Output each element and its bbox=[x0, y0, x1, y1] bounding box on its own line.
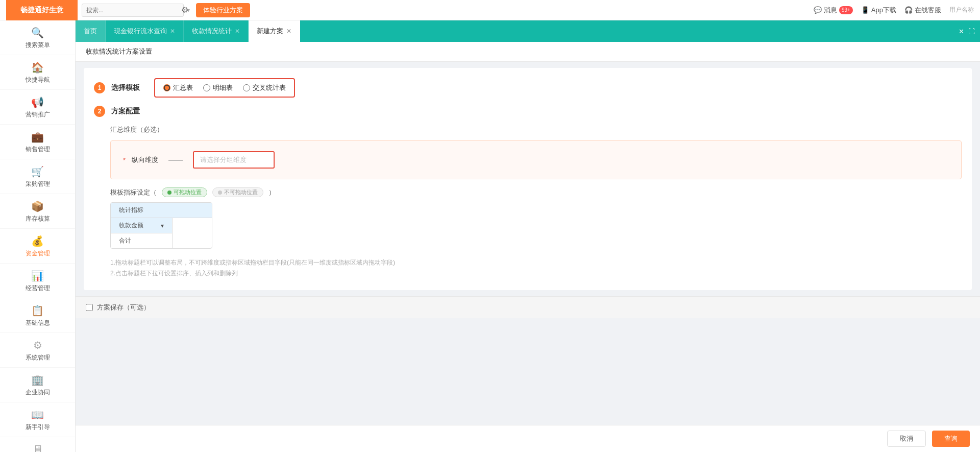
tab-bar: 首页 现金银行流水查询 ✕ 收款情况统计 ✕ 新建方案 ✕ ✕ ⛶ bbox=[76, 20, 980, 42]
tab-home-label: 首页 bbox=[84, 27, 97, 36]
save-option-row: 方案保存（可选） bbox=[76, 296, 980, 318]
chart-icon: 📊 bbox=[31, 270, 44, 282]
tab-controls: ✕ ⛶ bbox=[953, 20, 980, 42]
service-area[interactable]: 🎧 在线客服 bbox=[904, 6, 941, 15]
radio-cross-label: 交叉统计表 bbox=[253, 83, 286, 92]
indicator-title-text: 模板指标设定（ bbox=[110, 188, 157, 197]
sidebar-item-label: 销售管理 bbox=[26, 145, 50, 154]
radio-summary[interactable]: 汇总表 bbox=[163, 83, 193, 92]
tab-cashflow-label: 现金银行流水查询 bbox=[114, 27, 167, 36]
sidebar-item-guide[interactable]: 📖 新手引导 bbox=[0, 402, 75, 437]
topbar: 畅捷通好生意 ▾ ⚙ 体验行业方案 💬 消息 99+ 📱 App下载 🎧 在线客… bbox=[0, 0, 980, 20]
row-total-label: 合计 bbox=[119, 237, 131, 244]
main-wrapper: 🔍 搜索菜单 🏠 快捷导航 📢 营销推广 💼 销售管理 🛒 采购管理 📦 库存核… bbox=[0, 20, 980, 452]
dim-config: * 纵向维度 —— 请选择分组维度 bbox=[110, 140, 962, 179]
step2-number: 2 bbox=[98, 108, 102, 115]
search-input[interactable] bbox=[82, 4, 184, 17]
draggable-badge: 可拖动位置 bbox=[162, 187, 207, 197]
sidebar-item-purchase[interactable]: 🛒 采购管理 bbox=[0, 159, 75, 194]
draggable-dot bbox=[167, 191, 172, 195]
sidebar-item-label: 快捷导航 bbox=[26, 76, 50, 84]
content-area: 首页 现金银行流水查询 ✕ 收款情况统计 ✕ 新建方案 ✕ ✕ ⛶ bbox=[76, 20, 980, 452]
step2-section: 2 方案配置 汇总维度（必选） * 纵向维度 —— bbox=[94, 106, 962, 278]
stats-col-header[interactable]: 收款金额 ▾ bbox=[111, 218, 172, 233]
template-radio-group: 汇总表 明细表 交叉统计表 bbox=[154, 78, 295, 98]
tab-new-plan-label: 新建方案 bbox=[257, 27, 283, 36]
sidebar-item-marketing[interactable]: 📢 营销推广 bbox=[0, 90, 75, 125]
cart-icon: 🛒 bbox=[31, 165, 44, 178]
building-icon: 🏢 bbox=[31, 374, 44, 386]
money-icon: 💰 bbox=[31, 235, 44, 247]
sidebar-item-label: 基础信息 bbox=[26, 319, 50, 327]
sidebar-item-base-info[interactable]: 📋 基础信息 bbox=[0, 298, 75, 333]
sidebar-item-enterprise[interactable]: 🏢 企业协同 bbox=[0, 368, 75, 402]
sidebar-item-label: 库存核算 bbox=[26, 215, 50, 223]
cancel-button[interactable]: 取消 bbox=[887, 431, 926, 447]
tips-section: 1.拖动标题栏可以调整布局，不可跨维度或指标区域拖动栏目字段(只能在同一维度或指… bbox=[110, 258, 962, 278]
step1-circle: 1 bbox=[94, 82, 105, 93]
query-button[interactable]: 查询 bbox=[932, 431, 970, 447]
step2-circle: 2 bbox=[94, 106, 105, 117]
dim-label-text: 纵向维度 bbox=[132, 155, 158, 164]
tab-new-plan[interactable]: 新建方案 ✕ bbox=[249, 20, 300, 42]
radio-detail-input[interactable] bbox=[203, 84, 210, 91]
gear-icon[interactable]: ⚙ bbox=[178, 3, 192, 17]
tab-home[interactable]: 首页 bbox=[76, 20, 106, 42]
tab-cashflow[interactable]: 现金银行流水查询 ✕ bbox=[106, 20, 184, 42]
sidebar-item-label: 采购管理 bbox=[26, 180, 50, 188]
col-dropdown-icon[interactable]: ▾ bbox=[161, 222, 164, 229]
sidebar-item-search[interactable]: 🔍 搜索菜单 bbox=[0, 20, 75, 55]
radio-summary-input[interactable] bbox=[163, 84, 170, 91]
tab-receipts-label: 收款情况统计 bbox=[192, 27, 232, 36]
sidebar-item-system[interactable]: ⚙ 系统管理 bbox=[0, 333, 75, 368]
search-icon: 🔍 bbox=[31, 27, 44, 39]
save-option-label: 方案保存（可选） bbox=[97, 303, 150, 312]
message-badge: 99+ bbox=[839, 6, 853, 14]
book-icon: 📖 bbox=[31, 409, 44, 421]
monitor-icon: 🖥 bbox=[33, 443, 43, 452]
step1-label: 选择模板 bbox=[111, 83, 140, 92]
stats-left-col: 收款金额 ▾ 合计 bbox=[111, 218, 173, 248]
tab-cashflow-close[interactable]: ✕ bbox=[170, 28, 175, 35]
logo-text: 畅捷通好生意 bbox=[20, 6, 63, 15]
topbar-right: 💬 消息 99+ 📱 App下载 🎧 在线客服 用户名称 bbox=[814, 6, 974, 15]
step1-row: 1 选择模板 汇总表 明细表 交 bbox=[94, 78, 962, 98]
dim-row: * 纵向维度 —— 请选择分组维度 bbox=[123, 151, 949, 169]
briefcase-icon: 💼 bbox=[31, 131, 44, 143]
sidebar-item-sales[interactable]: 💼 销售管理 bbox=[0, 125, 75, 159]
settings-icon: ⚙ bbox=[33, 339, 42, 351]
sidebar-item-label: 企业协同 bbox=[26, 388, 50, 397]
tab-receipts-close[interactable]: ✕ bbox=[235, 28, 240, 35]
step1-number: 1 bbox=[98, 84, 102, 91]
radio-detail-label: 明细表 bbox=[213, 83, 233, 92]
sidebar-item-operations[interactable]: 📊 经营管理 bbox=[0, 264, 75, 298]
sidebar-item-inventory[interactable]: 📦 库存核算 bbox=[0, 194, 75, 229]
sidebar-item-label: 搜索菜单 bbox=[26, 41, 50, 50]
download-area[interactable]: 📱 App下载 bbox=[861, 6, 896, 15]
message-label: 消息 bbox=[824, 6, 837, 15]
sidebar-item-nav[interactable]: 🏠 快捷导航 bbox=[0, 55, 75, 90]
megaphone-icon: 📢 bbox=[31, 96, 44, 108]
save-checkbox[interactable] bbox=[86, 304, 93, 311]
radio-cross-input[interactable] bbox=[243, 84, 250, 91]
user-area[interactable]: 用户名称 bbox=[949, 6, 974, 14]
tab-new-plan-close[interactable]: ✕ bbox=[286, 28, 291, 35]
radio-cross[interactable]: 交叉统计表 bbox=[243, 83, 286, 92]
sidebar-item-hardware[interactable]: 🖥 智能硬件 bbox=[0, 437, 75, 452]
message-icon-area[interactable]: 💬 消息 99+ bbox=[814, 6, 853, 15]
radio-detail[interactable]: 明细表 bbox=[203, 83, 233, 92]
tab-expand-icon[interactable]: ⛶ bbox=[968, 28, 975, 35]
sidebar-item-label: 系统管理 bbox=[26, 353, 50, 362]
page-title: 收款情况统计方案设置 bbox=[86, 47, 152, 55]
sidebar-item-finance[interactable]: 💰 资金管理 bbox=[0, 229, 75, 264]
search-area: ▾ bbox=[82, 4, 174, 17]
tab-receipts[interactable]: 收款情况统计 ✕ bbox=[184, 20, 249, 42]
sidebar-item-label: 经营管理 bbox=[26, 284, 50, 293]
trial-button[interactable]: 体验行业方案 bbox=[196, 3, 250, 17]
download-label: App下载 bbox=[871, 6, 896, 15]
app-logo: 畅捷通好生意 bbox=[6, 0, 78, 20]
tab-close-all-icon[interactable]: ✕ bbox=[959, 28, 964, 35]
dim-select-dropdown[interactable]: 请选择分组维度 bbox=[193, 151, 275, 169]
radio-summary-label: 汇总表 bbox=[173, 83, 193, 92]
indicator-title: 模板指标设定（ 可拖动位置 不可拖动位置 ） bbox=[110, 187, 962, 197]
